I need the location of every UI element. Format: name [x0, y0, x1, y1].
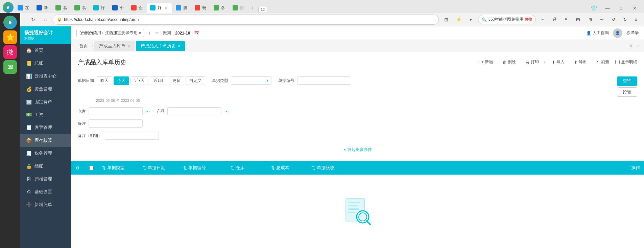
lightning-icon[interactable]: ⚡: [454, 15, 463, 24]
tab-ge2[interactable]: 各: [210, 3, 229, 13]
delete-button[interactable]: 🗑 删除: [499, 58, 519, 67]
scissors-tool[interactable]: ✂: [539, 15, 547, 24]
filter-settings-button[interactable]: 设置: [617, 87, 637, 97]
tab-close-hao2[interactable]: ×: [164, 5, 168, 10]
nav-item-home[interactable]: 🏠 首页: [20, 44, 71, 57]
tab-list[interactable]: 产成品入库单 ×: [94, 41, 135, 51]
date-btn-custom[interactable]: 自定义: [186, 76, 205, 85]
th-doc-date[interactable]: ⇅ 单据日期: [139, 165, 179, 171]
tab-new[interactable]: 新: [33, 3, 51, 13]
collapse-button[interactable]: ∧ 收起更多条件: [343, 147, 372, 153]
docno-input[interactable]: [297, 76, 351, 85]
th-doc-no[interactable]: ⇅ 单据编号: [179, 165, 226, 171]
nav-item-invoice[interactable]: 🧾 发票管理: [20, 121, 71, 134]
th-doc-type[interactable]: ⇅ 单据类型: [98, 165, 139, 171]
address-bar[interactable]: 🔒 https://cloud.chanjet.com/accounting/u…: [53, 15, 439, 25]
tab-yi1[interactable]: 易: [52, 3, 70, 13]
home-button[interactable]: ⌂: [41, 15, 50, 24]
import-button[interactable]: ⬇ 导入: [548, 58, 568, 67]
grid-icon[interactable]: ⊞: [442, 15, 451, 24]
print-button[interactable]: 🖨 打印: [522, 58, 542, 67]
sidebar-icon-email[interactable]: ✉: [3, 60, 17, 74]
tab-history[interactable]: 产成品入库单历史 ×: [136, 41, 185, 51]
nav-item-funds[interactable]: 💰 资金管理: [20, 83, 71, 95]
breadcrumb-home[interactable]: 首页: [76, 41, 91, 51]
nav-item-ledger[interactable]: 📒 总账: [20, 57, 71, 70]
tab-tencent[interactable]: 腾: [172, 3, 191, 13]
tab-yi2[interactable]: 易: [71, 3, 89, 13]
refresh-button[interactable]: ↻ 刷新: [593, 58, 613, 67]
date-btn-more[interactable]: 更多: [169, 76, 184, 85]
tab-history-close[interactable]: ×: [178, 44, 180, 48]
select-all-checkbox[interactable]: [89, 166, 94, 170]
browser-search-box[interactable]: 🔍 360智能抠图免费用 热搜: [478, 15, 536, 24]
nav-item-newdoc[interactable]: ➕ 新增凭单: [20, 198, 71, 211]
brightness-tool[interactable]: ☀: [597, 15, 606, 24]
tab-chang[interactable]: 畅: [191, 3, 210, 13]
nav-item-tax[interactable]: 🧾 税务管理: [20, 147, 71, 160]
new-tab-button[interactable]: +: [248, 3, 258, 13]
close-button[interactable]: ✕: [628, 3, 641, 13]
translate-tool[interactable]: 译: [550, 15, 559, 24]
nav-item-close[interactable]: 🔒 结账: [20, 160, 71, 173]
back-nav-tool[interactable]: ↺: [609, 15, 618, 24]
date-btn-1month[interactable]: 近1月: [150, 76, 168, 85]
print-dropdown[interactable]: ▾: [544, 60, 546, 65]
profile-icon[interactable]: 👕: [587, 3, 601, 13]
date-btn-yesterday[interactable]: 昨天: [97, 76, 112, 85]
user-service-btn[interactable]: 👤 人工咨询: [586, 30, 609, 36]
sidebar-icon-orange[interactable]: ⭐: [3, 30, 17, 44]
close-panel-btn[interactable]: ×: [629, 42, 633, 49]
currency-tool[interactable]: ¥: [562, 15, 570, 24]
nav-item-settings[interactable]: ⚙ 基础设置: [20, 185, 71, 198]
collapse-panel-btn[interactable]: ≡: [636, 43, 639, 49]
query-button[interactable]: 查询: [617, 76, 637, 86]
display-detail-checkbox[interactable]: 显示明细: [615, 59, 637, 65]
add-company-btn[interactable]: +: [148, 30, 151, 36]
sidebar-icon-weibo[interactable]: 微: [3, 45, 17, 59]
tab-mu[interactable]: 目: [229, 3, 247, 13]
product-input[interactable]: [167, 107, 221, 115]
th-total-cost[interactable]: ⇅ 总成本: [267, 165, 308, 171]
maximize-button[interactable]: □: [614, 3, 628, 13]
nav-item-reports[interactable]: 📊 云报表中心: [20, 70, 71, 83]
product-dots[interactable]: ···: [224, 108, 229, 114]
display-detail-input[interactable]: [615, 60, 620, 64]
date-btn-7days[interactable]: 近7天: [130, 76, 148, 85]
nav-item-fixed[interactable]: 🏢 固定资产: [20, 95, 71, 108]
add-button[interactable]: + + 新增: [474, 58, 496, 67]
tab-list-close[interactable]: ×: [127, 44, 130, 48]
forward-nav-tool[interactable]: ↻: [621, 15, 629, 24]
doctype-select[interactable]: ▾: [231, 76, 271, 85]
th-doc-status[interactable]: ⇅ 单据状态: [308, 165, 348, 171]
nav-item-archive[interactable]: 🗄 归档管理: [20, 173, 71, 185]
tab-hao2-active[interactable]: 好 ×: [147, 3, 172, 13]
company-selector[interactable]: (勿删勿禁用）江西服宝测试专用 ▾: [76, 29, 144, 37]
tab-qi[interactable]: 企: [128, 3, 146, 13]
refresh-button[interactable]: ↻: [28, 15, 38, 24]
remark-detail-input[interactable]: [105, 132, 159, 140]
brand-header[interactable]: 畅捷通好会计 旗舰版: [20, 26, 71, 44]
remark-input[interactable]: [89, 119, 143, 128]
game-tool[interactable]: 🎮: [573, 15, 583, 24]
warehouse-dots[interactable]: ···: [145, 108, 150, 114]
tab-hao1[interactable]: 好: [90, 3, 108, 13]
date-btn-today[interactable]: 今天: [114, 76, 129, 85]
th-settings[interactable]: ⚙: [71, 165, 85, 171]
export-button[interactable]: ⬆ 导出: [571, 58, 590, 67]
settings-company-btn[interactable]: ⚙: [155, 31, 159, 36]
tab-ge[interactable]: 个: [109, 3, 127, 13]
warehouse-input[interactable]: [89, 107, 143, 115]
th-warehouse[interactable]: ⇅ 仓库: [226, 165, 267, 171]
th-checkbox[interactable]: [85, 166, 98, 170]
minimize-button[interactable]: —: [601, 3, 614, 13]
nav-item-inventory[interactable]: 📦 库存核算: [20, 134, 71, 147]
grid-tool[interactable]: ⊞: [586, 15, 595, 24]
app-logo-icon[interactable]: e: [3, 16, 17, 29]
tab-zaixin[interactable]: 在: [14, 3, 32, 13]
menu-tool[interactable]: ≡: [632, 15, 640, 24]
user-avatar[interactable]: 👤: [613, 28, 622, 38]
nav-item-payroll[interactable]: 💵 工资: [20, 108, 71, 121]
calendar-icon[interactable]: 📅: [194, 31, 199, 36]
dropdown-nav[interactable]: ▾: [466, 15, 475, 24]
